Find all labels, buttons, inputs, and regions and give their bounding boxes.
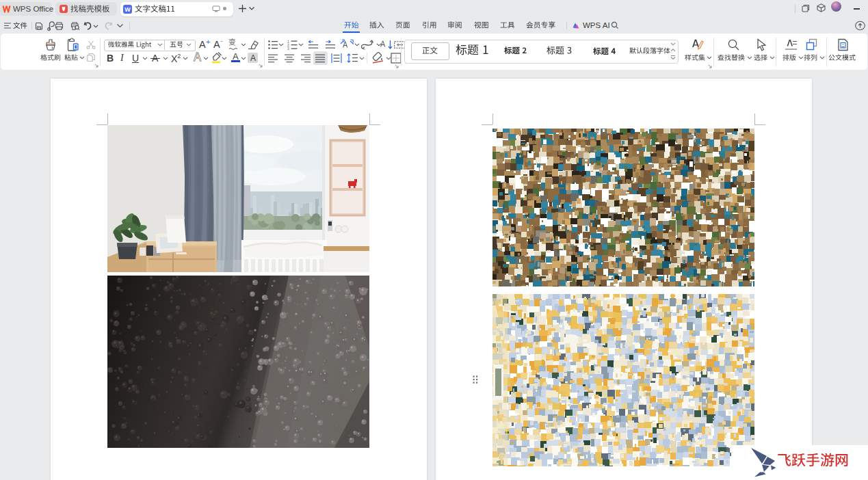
svg-text:3: 3 <box>287 46 289 50</box>
svg-text:W: W <box>124 6 131 13</box>
